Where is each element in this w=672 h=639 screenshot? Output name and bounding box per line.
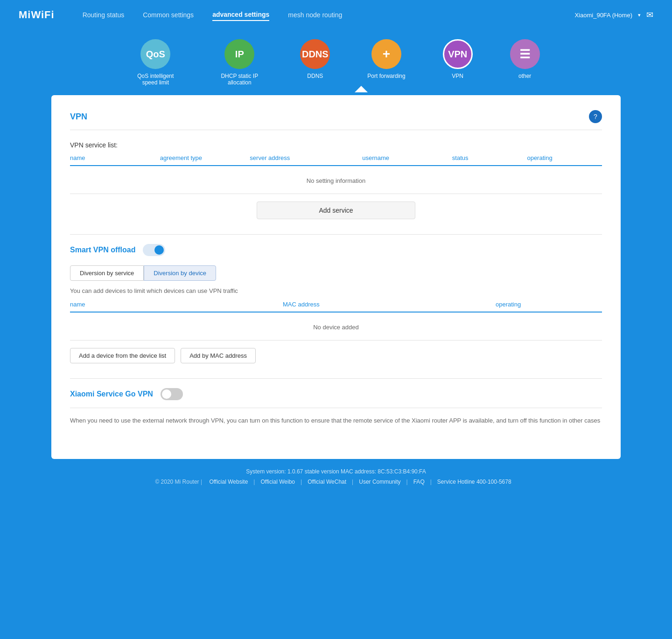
logo: MiWiFi: [19, 9, 55, 21]
smart-vpn-section: Smart VPN offload Diversion by service D…: [70, 234, 602, 363]
smart-vpn-header: Smart VPN offload: [70, 244, 602, 256]
ip-label: DHCP static IP allocation: [216, 73, 263, 86]
vpn-label: VPN: [452, 73, 463, 79]
portfwd-label: Port forwarding: [367, 73, 405, 79]
footer-official-weibo[interactable]: Official Weibo: [255, 479, 301, 485]
arrow-indicator: [355, 86, 368, 92]
xiaomi-vpn-title: Xiaomi Service Go VPN: [70, 390, 153, 398]
qos-label: QoS intelligent speed limit: [132, 73, 179, 86]
smart-vpn-toggle[interactable]: [143, 244, 165, 256]
device-empty-message: No device added: [70, 314, 602, 340]
icon-item-other[interactable]: ☰ other: [510, 39, 540, 86]
other-label: other: [518, 73, 531, 79]
toggle-knob: [154, 245, 164, 255]
xiaomi-vpn-description: When you need to use the external networ…: [70, 416, 602, 426]
col-agreement-type: agreement type: [160, 154, 250, 161]
icon-item-vpn[interactable]: VPN VPN: [443, 39, 473, 86]
icons-row: QoS QoS intelligent speed limit IP DHCP …: [0, 30, 672, 86]
add-service-button[interactable]: Add service: [257, 201, 415, 219]
chevron-down-icon: ▾: [638, 12, 641, 18]
device-col-name: name: [70, 301, 283, 308]
footer-faq[interactable]: FAQ: [408, 479, 430, 485]
col-name: name: [70, 154, 160, 161]
device-table-header: name MAC address operating: [70, 301, 602, 313]
qos-icon: QoS: [140, 39, 170, 69]
help-button[interactable]: ?: [589, 110, 602, 123]
vpn-table-header: name agreement type server address usern…: [70, 154, 602, 166]
nav-routing-status[interactable]: Routing status: [83, 9, 125, 21]
device-col-mac: MAC address: [283, 301, 496, 308]
footer-user-community[interactable]: User Community: [353, 479, 406, 485]
nav-advanced-settings[interactable]: advanced settings: [212, 9, 269, 21]
xiaomi-toggle-knob: [162, 389, 171, 399]
icon-item-ip[interactable]: IP DHCP static IP allocation: [216, 39, 263, 86]
xiaomi-vpn-toggle[interactable]: [161, 388, 183, 400]
arrow-indicator-row: [0, 86, 672, 95]
footer-version: System version: 1.0.67 stable version MA…: [19, 468, 653, 475]
ddns-icon: DDNS: [300, 39, 330, 69]
footer-official-website[interactable]: Official Website: [203, 479, 253, 485]
nav-common-settings[interactable]: Common settings: [143, 9, 194, 21]
footer: System version: 1.0.67 stable version MA…: [0, 459, 672, 494]
footer-copyright: © 2020 Mi Router: [155, 479, 199, 485]
add-by-mac-button[interactable]: Add by MAC address: [181, 348, 256, 363]
main-nav: Routing status Common settings advanced …: [83, 9, 653, 21]
tab-description: You can add devices to limit which devic…: [70, 287, 602, 294]
ip-icon: IP: [224, 39, 254, 69]
col-server-address: server address: [250, 154, 362, 161]
user-name[interactable]: Xiaomi_90FA (Home): [574, 12, 632, 19]
other-icon: ☰: [510, 39, 540, 69]
footer-service-hotline[interactable]: Service Hotline 400-100-5678: [432, 479, 517, 485]
diversion-tabs: Diversion by service Diversion by device: [70, 265, 602, 281]
nav-right: Xiaomi_90FA (Home) ▾ ✉: [574, 10, 653, 20]
main-content: VPN ? VPN service list: name agreement t…: [51, 95, 621, 459]
col-username: username: [362, 154, 452, 161]
tab-diversion-by-service[interactable]: Diversion by service: [70, 265, 144, 281]
header: MiWiFi Routing status Common settings ad…: [0, 0, 672, 30]
col-status: status: [452, 154, 527, 161]
add-device-from-list-button[interactable]: Add a device from the device list: [70, 348, 175, 363]
device-col-operating: operating: [496, 301, 602, 308]
icon-item-qos[interactable]: QoS QoS intelligent speed limit: [132, 39, 179, 86]
vpn-title: VPN: [70, 112, 87, 122]
vpn-icon: VPN: [443, 39, 473, 69]
footer-links: © 2020 Mi Router | Official Website | Of…: [19, 479, 653, 485]
icon-item-portfwd[interactable]: + Port forwarding: [367, 39, 405, 86]
icon-item-ddns[interactable]: DDNS DDNS: [300, 39, 330, 86]
vpn-service-list-label: VPN service list:: [70, 141, 602, 149]
xiaomi-vpn-section: Xiaomi Service Go VPN When you need to u…: [70, 378, 602, 426]
footer-official-wechat[interactable]: Official WeChat: [302, 479, 352, 485]
mail-icon[interactable]: ✉: [646, 10, 653, 20]
ddns-label: DDNS: [307, 73, 323, 79]
vpn-empty-message: No setting information: [70, 168, 602, 194]
nav-mesh-node-routing[interactable]: mesh node routing: [288, 9, 342, 21]
col-operating: operating: [527, 154, 602, 161]
portfwd-icon: +: [371, 39, 401, 69]
xiaomi-vpn-header: Xiaomi Service Go VPN: [70, 388, 602, 408]
tab-diversion-by-device[interactable]: Diversion by device: [144, 265, 216, 281]
device-add-buttons: Add a device from the device list Add by…: [70, 348, 602, 363]
vpn-section-header: VPN ?: [70, 110, 602, 130]
smart-vpn-title: Smart VPN offload: [70, 246, 135, 254]
